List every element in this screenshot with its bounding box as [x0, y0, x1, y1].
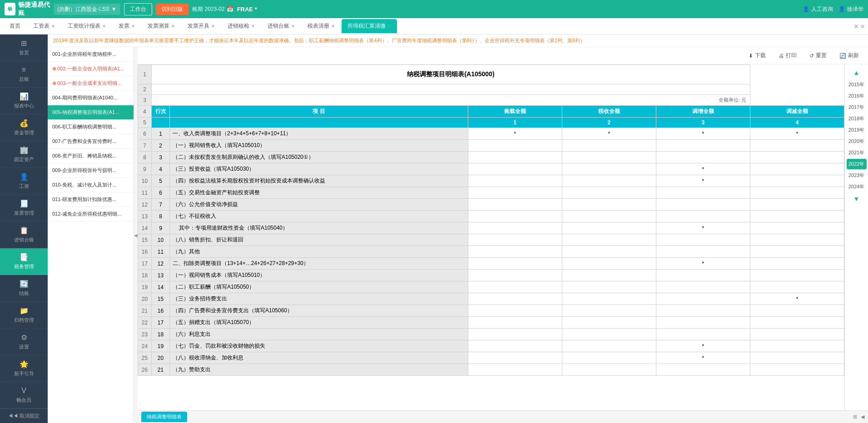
- tab-invoice-ledger-close[interactable]: ✕: [291, 24, 295, 29]
- bottom-tab-label: 纳税调整明细表: [147, 414, 182, 419]
- tab-invoice-close[interactable]: ✕: [131, 24, 135, 29]
- left-panel-item-007[interactable]: 007-广告费和业务宣传费时...: [48, 134, 134, 149]
- year-panel: ▲ 2015年 2016年 2017年 2018年 2019年 2020年 20…: [844, 64, 868, 410]
- table-row: 13 8 （七）不征税收入: [138, 211, 844, 222]
- year-2023[interactable]: 2023年: [847, 170, 867, 181]
- sidebar-label-ledger: 总账: [19, 76, 29, 83]
- refresh-btn[interactable]: 🔄 刷新: [836, 50, 863, 61]
- tab-tax-clear-label: 税表清册: [308, 22, 329, 30]
- left-panel-item-006[interactable]: 006-职工薪酬纳税调整明细...: [48, 120, 134, 134]
- service-label: 人工咨询: [811, 5, 833, 13]
- left-panel-item-008[interactable]: 008-资产折旧、摊销及纳税...: [48, 149, 134, 163]
- tab-income-tax-close[interactable]: ✕: [387, 24, 391, 29]
- sidebar-item-ledger[interactable]: ≡ 总账: [0, 61, 48, 88]
- tab-invoice-open-close[interactable]: ✕: [211, 24, 215, 29]
- sidebar-label-settlement: 结账: [19, 290, 29, 297]
- table-year-wrapper: 1 纳税调整项目明细表(A105000) 2 3 全额单位: [138, 64, 868, 410]
- left-panel-item-005[interactable]: 005-纳税调整项目明细表(A1...: [48, 105, 134, 120]
- close-all-icon[interactable]: ✕: [853, 23, 859, 30]
- tab-invoice-in[interactable]: 进销核检 ✕: [222, 19, 261, 33]
- tab-invoice-calc-label: 发票测算: [148, 22, 169, 30]
- left-panel-item-011[interactable]: 011-研发费用加计扣除优惠...: [48, 192, 134, 207]
- year-2015[interactable]: 2015年: [847, 79, 867, 90]
- year-2024[interactable]: 2024年: [847, 182, 867, 192]
- sidebar-item-asset-mgmt[interactable]: 💰 资金管理: [0, 114, 48, 141]
- user-name: 徐泽华: [847, 5, 863, 13]
- sidebar-item-home[interactable]: ⊞ 首页: [0, 34, 48, 61]
- tab-home[interactable]: 首页: [4, 19, 26, 33]
- tab-invoice-ledger[interactable]: 进销台账 ✕: [262, 19, 301, 33]
- table-row: 15 10 （八）销售折扣、折让和退回: [138, 234, 844, 246]
- tab-salary-stat[interactable]: 工资统计报表 ✕: [62, 19, 112, 33]
- tab-income-tax[interactable]: 所得税汇算清缴 ✕: [342, 19, 397, 33]
- dropdown-icon: ▼: [111, 6, 117, 12]
- left-panel-item-012[interactable]: 012-减免企业所得税优惠明细...: [48, 207, 134, 221]
- download-btn[interactable]: ⬇ 下载: [745, 50, 769, 61]
- tab-invoice-open[interactable]: 发票开具 ✕: [182, 19, 221, 33]
- left-panel-item-004[interactable]: 004-期间费用明细表(A1040...: [48, 91, 134, 105]
- workbench-button[interactable]: 工作台: [124, 3, 152, 15]
- settings-icon: ⚙: [21, 333, 27, 342]
- sidebar-item-tax-mgmt[interactable]: 📑 税务管理: [0, 248, 48, 275]
- col-d-header: 税收全额: [562, 106, 656, 118]
- left-panel-item-009[interactable]: 009-企业所得税弥补亏损明...: [48, 163, 134, 178]
- bottom-tab-item[interactable]: 纳税调整明细表: [141, 412, 187, 422]
- sidebar-item-member[interactable]: V 畅会员: [0, 382, 48, 408]
- sidebar-item-settings[interactable]: ⚙ 设置: [0, 329, 48, 355]
- sidebar-item-salary[interactable]: 👤 工资: [0, 168, 48, 195]
- table-wrapper[interactable]: 1 纳税调整项目明细表(A105000) 2 3 全额单位: [138, 64, 844, 410]
- year-2020[interactable]: 2020年: [847, 136, 867, 147]
- account-period: 账期 2023-02 📅: [192, 5, 233, 13]
- sidebar-label-fixed-asset: 固定资产: [14, 156, 34, 163]
- year-2016[interactable]: 2016年: [847, 91, 867, 101]
- left-panel-item-001[interactable]: 001-企业所得税年度纳税申...: [48, 47, 134, 62]
- scroll-indicator: ⊞: [853, 414, 857, 420]
- company-select[interactable]: (勿删）江西股金-LSS ▼: [54, 4, 120, 15]
- year-nav-down[interactable]: ▼: [851, 193, 862, 204]
- resize-handle[interactable]: [134, 47, 138, 423]
- tab-invoice-in-close[interactable]: ✕: [251, 24, 255, 29]
- scroll-left-btn[interactable]: ◀: [861, 414, 864, 420]
- year-2018[interactable]: 2018年: [847, 113, 867, 124]
- col-e-subheader: 3: [656, 118, 750, 128]
- old-version-button[interactable]: 切到旧版: [156, 4, 188, 15]
- error-icon-003: ⊗: [52, 80, 56, 86]
- sidebar-item-guide[interactable]: 🌟 新手引导: [0, 355, 48, 382]
- sidebar-item-fixed-asset[interactable]: 🏢 固定资产: [0, 141, 48, 168]
- more-tabs-icon[interactable]: ≡: [861, 23, 864, 30]
- table-row: 8 3 （二）未按权责发生制原则确认的收入（填写A105020①）: [138, 152, 844, 163]
- table-row: 21 16 （四）广告费和业务宣传费支出（填写A105060）: [138, 305, 844, 317]
- sidebar-item-invoice-mgmt[interactable]: 🧾 发票管理: [0, 195, 48, 221]
- tab-tax-clear[interactable]: 税表清册 ✕: [302, 19, 341, 33]
- row-num-2: 2: [138, 84, 152, 95]
- col-f-subheader: 4: [750, 118, 844, 128]
- tab-invoice[interactable]: 发票 ✕: [113, 19, 141, 33]
- sidebar-item-report[interactable]: 📊 报表中心: [0, 88, 48, 114]
- left-panel-item-003[interactable]: ⊗003-一般企业成本支出明细...: [48, 76, 134, 91]
- user-avatar-btn[interactable]: 👤 徐泽华: [838, 5, 863, 13]
- sidebar-pin-btn[interactable]: ◀◀ 取消固定: [0, 408, 48, 423]
- table-row: 7 2 （一）视同销售收入（填写A105010）: [138, 140, 844, 152]
- table-row: 9 4 （三）投资收益（填写A105030） *: [138, 163, 844, 175]
- year-2019[interactable]: 2019年: [847, 125, 867, 135]
- left-panel-item-010[interactable]: 010-免税、减计收入及加计...: [48, 178, 134, 192]
- sidebar-item-archive[interactable]: 📁 归档管理: [0, 302, 48, 329]
- sidebar-item-purchase-ledger[interactable]: 📋 进销台账: [0, 221, 48, 248]
- print-btn[interactable]: 🖨 打印: [775, 50, 800, 61]
- user-service-btn[interactable]: 👤 人工咨询: [803, 5, 833, 13]
- table-row: 11 6 （五）交易性金融资产初始投资调整: [138, 187, 844, 199]
- logo-icon: 畅: [5, 3, 15, 15]
- reset-btn[interactable]: ↺ 重置: [806, 50, 830, 61]
- left-panel-item-002[interactable]: ⊗002-一般企业收入明细表(A1...: [48, 62, 134, 76]
- tab-invoice-calc-close[interactable]: ✕: [171, 24, 175, 29]
- tab-salary-close[interactable]: ✕: [51, 24, 55, 29]
- tab-invoice-calc[interactable]: 发票测算 ✕: [142, 19, 181, 33]
- tab-tax-clear-close[interactable]: ✕: [331, 24, 335, 29]
- year-2022[interactable]: 2022年: [847, 159, 867, 169]
- tab-salary[interactable]: 工资表 ✕: [27, 19, 61, 33]
- year-2017[interactable]: 2017年: [847, 102, 867, 113]
- year-2021[interactable]: 2021年: [847, 148, 867, 158]
- tab-salary-stat-close[interactable]: ✕: [102, 24, 106, 29]
- sidebar-item-settlement[interactable]: 🔄 结账: [0, 275, 48, 302]
- year-nav-up[interactable]: ▲: [851, 67, 862, 78]
